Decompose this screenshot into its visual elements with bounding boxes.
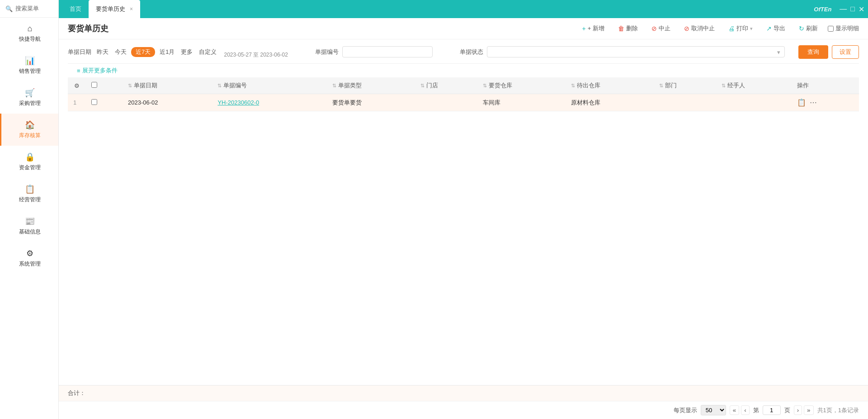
total-info: 共1页，1条记录 [817, 406, 859, 414]
sidebar-item-inventory[interactable]: 🏠 库存核算 [0, 114, 58, 146]
window-close-btn[interactable]: ✕ [859, 5, 864, 14]
window-minimize-btn[interactable]: — [840, 5, 847, 13]
new-btn[interactable]: + + 新增 [579, 23, 608, 34]
th-store[interactable]: 门店 [415, 77, 477, 94]
page-unit: 页 [784, 406, 790, 414]
filter-row-1: 单据日期 昨天 今天 近7天 近1月 更多 自定义 2023-05-27 至 2… [68, 45, 859, 59]
settings-button[interactable]: 设置 [832, 45, 859, 59]
refresh-label: 刷新 [806, 24, 818, 33]
page-header: 要货单历史 + + 新增 🗑 删除 ⊘ 中止 ⊘ 取消中止 [59, 18, 868, 39]
operation-icon: 📋 [25, 184, 35, 194]
more-action-icon[interactable]: ⋯ [810, 98, 817, 107]
sidebar-item-label: 库存核算 [19, 132, 41, 139]
cell-doc-type: 要货单要货 [327, 94, 415, 111]
sidebar-search-label: 搜索菜单 [15, 5, 39, 13]
last-page-btn[interactable]: » [804, 405, 813, 415]
toolbar: + + 新增 🗑 删除 ⊘ 中止 ⊘ 取消中止 🖨 打印 [579, 23, 859, 34]
cell-action: 📋 ⋯ [792, 94, 859, 111]
query-button[interactable]: 查询 [798, 45, 828, 59]
print-btn[interactable]: 🖨 打印 ▾ [725, 23, 756, 34]
th-doc-number[interactable]: 单据编号 [212, 77, 327, 94]
display-detail-input[interactable] [828, 26, 834, 32]
row-num: 1 [68, 94, 86, 111]
prev-page-btn[interactable]: ‹ [741, 405, 749, 415]
next-page-btn[interactable]: › [794, 405, 802, 415]
new-label: + 新增 [588, 24, 604, 33]
print-label: 打印 [736, 24, 748, 33]
finance-icon: 🔒 [25, 152, 35, 162]
home-icon: ⌂ [28, 24, 33, 33]
cell-store [415, 94, 477, 111]
sidebar-item-finance[interactable]: 🔒 资金管理 [0, 146, 58, 178]
expand-more-btn[interactable]: ≡ 展开更多条件 [68, 63, 859, 77]
row-checkbox[interactable] [86, 94, 123, 111]
print-icon: 🖨 [728, 25, 735, 32]
sidebar-item-purchase[interactable]: 🛒 采购管理 [0, 81, 58, 114]
delete-icon: 🗑 [618, 25, 624, 32]
th-doc-date[interactable]: 单据日期 [123, 77, 212, 94]
sidebar-item-quick-nav[interactable]: ⌂ 快捷导航 [0, 18, 58, 49]
custom-btn[interactable]: 自定义 [197, 47, 218, 57]
filter-doc-status: 单据状态 ▾ [460, 46, 785, 57]
delete-btn[interactable]: 🗑 删除 [614, 23, 642, 34]
edit-action-icon[interactable]: 📋 [797, 98, 806, 107]
page-input[interactable] [763, 405, 781, 415]
tab-requisition-history-label: 要货单历史 [96, 5, 125, 13]
cancel-stop-btn[interactable]: ⊘ 取消中止 [680, 23, 718, 34]
new-icon: + [582, 25, 586, 32]
sidebar: 🔍 搜索菜单 ⌂ 快捷导航 📊 销售管理 🛒 采购管理 🏠 库存核算 🔒 资金管… [0, 0, 59, 419]
doc-status-select[interactable] [487, 46, 785, 57]
th-department[interactable]: 部门 [654, 77, 716, 94]
row-select-checkbox[interactable] [91, 99, 97, 105]
tab-requisition-history[interactable]: 要货单历史 × [89, 0, 140, 18]
last1month-btn[interactable]: 近1月 [158, 47, 176, 57]
pagination: 每页显示 10 20 50 100 « ‹ 第 页 › » 共1页，1条记录 [59, 401, 868, 419]
th-settings[interactable]: ⚙ [68, 77, 86, 94]
tab-home[interactable]: 首页 [62, 0, 89, 18]
action-icons: 📋 ⋯ [797, 98, 854, 107]
stop-btn[interactable]: ⊘ 中止 [648, 23, 674, 34]
first-page-btn[interactable]: « [730, 405, 739, 415]
refresh-btn[interactable]: ↻ 刷新 [795, 23, 821, 34]
sidebar-item-operation[interactable]: 📋 经营管理 [0, 178, 58, 210]
last7days-btn[interactable]: 近7天 [131, 47, 155, 57]
sidebar-item-sales[interactable]: 📊 销售管理 [0, 49, 58, 81]
sidebar-item-basic[interactable]: 📰 基础信息 [0, 210, 58, 242]
sidebar-item-label: 基础信息 [19, 228, 41, 236]
tab-close-icon[interactable]: × [130, 6, 133, 12]
select-all-checkbox[interactable] [91, 82, 97, 88]
display-detail-checkbox[interactable]: 显示明细 [828, 24, 859, 33]
tab-bar: 首页 要货单历史 × OfTEn — □ ✕ [59, 0, 868, 18]
th-req-warehouse[interactable]: 要货仓库 [477, 77, 566, 94]
page-size-select[interactable]: 10 20 50 100 [701, 405, 726, 415]
th-pending-warehouse[interactable]: 待出仓库 [566, 77, 654, 94]
stop-icon: ⊘ [651, 25, 657, 32]
cell-doc-number[interactable]: YH-20230602-0 [212, 94, 327, 111]
content-area: 要货单历史 + + 新增 🗑 删除 ⊘ 中止 ⊘ 取消中止 [59, 18, 868, 419]
more-btn[interactable]: 更多 [179, 47, 194, 57]
today-btn[interactable]: 今天 [113, 47, 128, 57]
doc-status-select-wrap: ▾ [487, 46, 785, 57]
th-doc-type[interactable]: 单据类型 [327, 77, 415, 94]
tab-home-label: 首页 [70, 5, 81, 13]
page-label: 第 [753, 406, 759, 414]
export-btn[interactable]: ↗ 导出 [763, 23, 789, 34]
sidebar-item-label: 系统管理 [19, 260, 41, 268]
sales-icon: 📊 [25, 56, 35, 66]
yesterday-btn[interactable]: 昨天 [95, 47, 110, 57]
display-detail-label: 显示明细 [835, 24, 859, 33]
doc-number-input[interactable] [342, 46, 433, 57]
sidebar-search[interactable]: 🔍 搜索菜单 [0, 0, 58, 18]
page-title: 要货单历史 [68, 23, 579, 34]
sidebar-item-system[interactable]: ⚙ 系统管理 [0, 242, 58, 274]
filter-date: 单据日期 昨天 今天 近7天 近1月 更多 自定义 2023-05-27 至 2… [68, 45, 288, 59]
th-action: 操作 [792, 77, 859, 94]
doc-number-link[interactable]: YH-20230602-0 [217, 99, 259, 106]
brand-label: OfTEn [814, 6, 831, 13]
print-dropdown-icon[interactable]: ▾ [750, 26, 753, 32]
window-maximize-btn[interactable]: □ [850, 5, 855, 13]
th-checkbox [86, 77, 123, 94]
th-handler[interactable]: 经手人 [716, 77, 792, 94]
sidebar-item-label: 销售管理 [19, 67, 41, 75]
table-row[interactable]: 1 2023-06-02 YH-20230602-0 要货单要货 车间库 原材料… [68, 94, 859, 111]
